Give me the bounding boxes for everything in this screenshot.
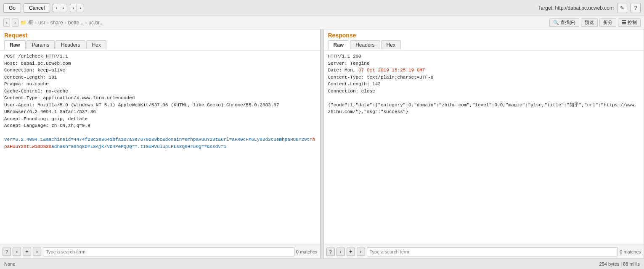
nav-back2-button[interactable]: › [60,4,67,12]
folder-icon: 📁 [20,20,27,26]
tab-request-raw[interactable]: Raw [4,40,26,50]
search-button[interactable]: 🔍 查找(F) [549,18,579,27]
target-label: Target: http://dabai.pc.ucweb.com [538,5,614,11]
fold-button[interactable]: 折分 [599,18,616,27]
request-search-input[interactable] [43,247,294,256]
request-matches-label: 0 matches [296,249,318,254]
browser-bar: ‹ › 📁 根 › usr › share › bette... › uc.br… [0,16,644,29]
go-button[interactable]: Go [3,3,21,13]
response-title: Response [328,32,640,39]
response-tabs: Raw Headers Hex [328,40,640,49]
breadcrumb-sep3: › [65,20,66,26]
response-search-next[interactable]: › [357,248,365,256]
browser-forward-button[interactable]: › [12,18,19,27]
breadcrumb-end: uc.br... [88,20,103,26]
control-button[interactable]: ☰ 控制 [618,18,641,27]
request-content: POST /urlcheck HTTP/1.1 Host: dabai.pc.u… [4,54,315,149]
breadcrumb-share: share [50,20,63,26]
tab-request-headers[interactable]: Headers [56,40,85,49]
nav-prev-group: ‹ › [53,4,67,12]
request-body[interactable]: POST /urlcheck HTTP/1.1 Host: dabai.pc.u… [0,50,320,245]
response-matches-label: 0 matches [620,249,641,254]
response-search-help[interactable]: ? [326,248,335,256]
panel-divider[interactable] [321,29,324,258]
breadcrumb: 根 › usr › share › bette... › uc.br... [28,19,548,26]
status-left: None [4,261,15,266]
request-panel: Request Raw Params Headers Hex POST /url… [0,29,321,258]
edit-icon[interactable]: ✎ [617,3,627,13]
request-tabs: Raw Params Headers Hex [4,40,316,49]
preview-button[interactable]: 预览 [581,18,598,27]
tab-response-hex[interactable]: Hex [381,40,401,49]
status-right: 294 bytes | 88 millis [599,261,640,266]
request-search-prev[interactable]: ‹ [13,248,21,256]
status-bar: None 294 bytes | 88 millis [0,258,644,269]
nav-next-group: › › [70,4,84,12]
response-search-add[interactable]: + [347,248,355,256]
breadcrumb-sep4: › [85,20,87,26]
response-search-prev[interactable]: ‹ [337,248,345,256]
request-search-bar: ? ‹ + › 0 matches [0,245,320,258]
response-panel-header: Response Raw Headers Hex [324,29,644,50]
cancel-button[interactable]: Cancel [24,3,50,13]
request-search-next[interactable]: › [33,248,41,256]
response-search-input[interactable] [367,247,618,256]
breadcrumb-sep2: › [47,20,49,26]
response-search-bar: ? ‹ + › 0 matches [324,245,644,258]
request-search-help[interactable]: ? [3,248,11,256]
main-content: Request Raw Params Headers Hex POST /url… [0,29,644,258]
top-bar-right: Target: http://dabai.pc.ucweb.com ✎ ? [538,3,641,13]
breadcrumb-root: 根 [28,19,33,26]
request-panel-header: Request Raw Params Headers Hex [0,29,320,50]
browser-toolbar-right: 🔍 查找(F) 预览 折分 ☰ 控制 [549,18,641,27]
help-icon[interactable]: ? [631,3,641,13]
tab-response-raw[interactable]: Raw [328,40,350,50]
response-body[interactable]: HTTP/1.1 200 Server: Tengine Date: Mon, … [324,50,644,245]
response-content: HTTP/1.1 200 Server: Tengine Date: Mon, … [328,54,637,114]
tab-request-params[interactable]: Params [27,40,55,49]
response-panel: Response Raw Headers Hex HTTP/1.1 200 Se… [324,29,644,258]
browser-back-button[interactable]: ‹ [3,18,10,27]
tab-request-hex[interactable]: Hex [86,40,106,49]
nav-forward2-button[interactable]: › [77,4,84,12]
request-search-add[interactable]: + [23,248,31,256]
top-toolbar: Go Cancel ‹ › › › Target: http://dabai.p… [0,0,644,16]
breadcrumb-usr: usr [38,20,45,26]
nav-forward-button[interactable]: › [70,4,77,12]
breadcrumb-bette: bette... [68,20,84,26]
request-title: Request [4,32,316,39]
tab-response-headers[interactable]: Headers [350,40,380,49]
breadcrumb-sep1: › [35,20,37,26]
nav-back-button[interactable]: ‹ [53,4,60,12]
